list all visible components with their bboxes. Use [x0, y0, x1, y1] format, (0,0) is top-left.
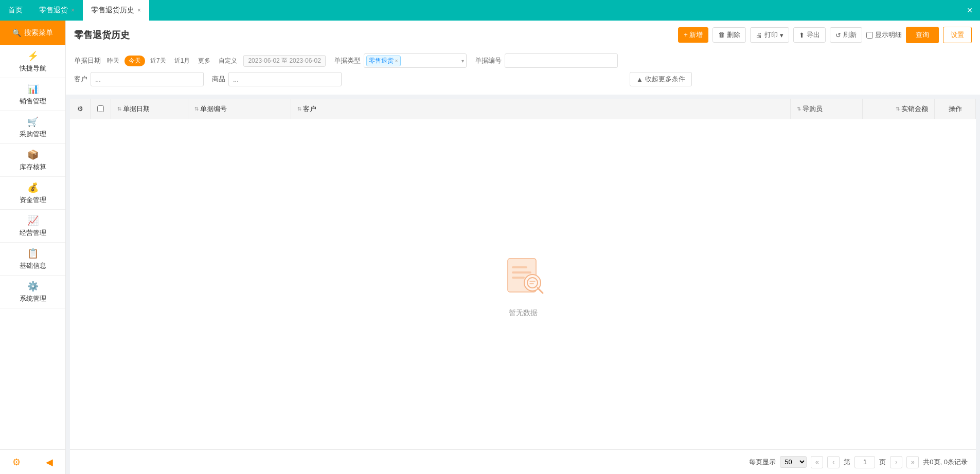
bill-no-input[interactable]: [505, 53, 618, 68]
print-icon: 🖨: [756, 31, 762, 39]
today-btn[interactable]: 今天: [124, 56, 145, 66]
yesterday-btn[interactable]: 昨天: [104, 56, 122, 66]
sidebar-item-quick-nav[interactable]: ⚡ 快捷导航: [0, 45, 65, 78]
empty-illustration: [497, 251, 549, 302]
next-page-button[interactable]: ›: [890, 456, 902, 468]
th-date-label: 单据日期: [123, 104, 150, 114]
goods-filter: 商品: [212, 72, 342, 86]
filter-area: 单据日期 昨天 今天 近7天 近1月 更多 自定义 2023-06-02 至 2…: [74, 49, 972, 95]
week-btn[interactable]: 近7天: [147, 56, 169, 66]
collapse-label: 收起更多条件: [645, 75, 685, 84]
show-detail-checkbox-label[interactable]: 显示明细: [866, 30, 902, 40]
th-guide-sort-icon[interactable]: ⇅: [797, 106, 801, 112]
sidebar-item-label: 库存核算: [20, 162, 46, 172]
sidebar-item-finance[interactable]: 💰 资金管理: [0, 177, 65, 210]
sidebar-item-label: 经营管理: [20, 228, 46, 238]
delete-button[interactable]: 🗑 删除: [712, 27, 746, 43]
bill-type-filter: 单据类型 零售退货 × ▾: [334, 53, 467, 68]
tab-retail-return-label: 零售退货: [39, 6, 68, 15]
empty-text: 暂无数据: [509, 308, 538, 318]
sidebar-settings-button[interactable]: ⚙: [12, 457, 21, 468]
window-close-button[interactable]: ×: [959, 0, 980, 21]
last-page-button[interactable]: »: [906, 456, 919, 468]
setting-button[interactable]: 设置: [943, 27, 972, 43]
sidebar-item-operation[interactable]: 📈 经营管理: [0, 210, 65, 243]
custom-btn[interactable]: 自定义: [216, 56, 240, 66]
month-btn[interactable]: 近1月: [171, 56, 193, 66]
content-area: 零售退货历史 + 新增 🗑 删除 🖨 打印 ▾ ⬆ 导出 ↺: [66, 21, 980, 474]
operation-icon: 📈: [27, 215, 39, 226]
sidebar-menu: ⚡ 快捷导航 📊 销售管理 🛒 采购管理 📦 库存核算 💰 资金管理 📈: [0, 45, 65, 449]
prev-page-button[interactable]: ‹: [827, 456, 840, 468]
sidebar-search-label: 搜索菜单: [24, 28, 53, 38]
sidebar-search-button[interactable]: 🔍 搜索菜单: [0, 21, 65, 45]
th-setting[interactable]: ⚙: [70, 99, 91, 119]
sidebar-item-label: 采购管理: [20, 130, 46, 139]
new-button[interactable]: + 新增: [678, 27, 708, 43]
th-amount-sort-icon[interactable]: ⇅: [896, 106, 900, 112]
tab-retail-return[interactable]: 零售退货 ×: [31, 0, 83, 21]
refresh-button[interactable]: ↺ 刷新: [830, 27, 862, 43]
collapse-button[interactable]: ▲ 收起更多条件: [630, 72, 692, 86]
goods-label: 商品: [212, 75, 225, 84]
more-btn[interactable]: 更多: [195, 56, 213, 66]
svg-line-6: [538, 288, 543, 293]
th-date-sort-icon[interactable]: ⇅: [117, 106, 121, 112]
tab-retail-return-history[interactable]: 零售退货历史 ×: [83, 0, 149, 21]
content-inner: ⚙ ⇅ 单据日期 ⇅ 单据编号 ⇅ 客户: [66, 95, 980, 474]
refresh-label: 刷新: [843, 30, 857, 40]
sidebar-bottom: ⚙ ◀: [0, 449, 65, 474]
customer-label: 客户: [74, 75, 87, 84]
show-detail-checkbox[interactable]: [866, 32, 873, 39]
th-amount-label: 实销金额: [901, 104, 928, 114]
th-customer-sort-icon[interactable]: ⇅: [297, 106, 301, 112]
bill-type-select[interactable]: 零售退货 × ▾: [364, 53, 467, 68]
top-nav: 首页 零售退货 × 零售退货历史 × ×: [0, 0, 980, 21]
date-range-display[interactable]: 2023-06-02 至 2023-06-02: [243, 55, 325, 67]
show-detail-label: 显示明细: [875, 30, 902, 40]
svg-rect-3: [512, 277, 525, 279]
th-date: ⇅ 单据日期: [111, 99, 188, 119]
sidebar-item-sales[interactable]: 📊 销售管理: [0, 78, 65, 111]
filter-row-1: 单据日期 昨天 今天 近7天 近1月 更多 自定义 2023-06-02 至 2…: [74, 53, 972, 68]
th-billno: ⇅ 单据编号: [188, 99, 291, 119]
basic-icon: 📋: [27, 248, 39, 259]
bill-type-tag-close[interactable]: ×: [395, 58, 398, 64]
print-button[interactable]: 🖨 打印 ▾: [750, 27, 789, 43]
export-button[interactable]: ⬆ 导出: [793, 27, 826, 43]
page-title: 零售退货历史: [74, 29, 130, 41]
first-page-button[interactable]: «: [811, 456, 823, 468]
tab-retail-return-history-label: 零售退货历史: [91, 6, 134, 15]
th-checkbox[interactable]: [91, 99, 111, 119]
page-size-select[interactable]: 50 20 100: [780, 456, 807, 468]
sidebar-item-basic[interactable]: 📋 基础信息: [0, 243, 65, 276]
tab-retail-return-close[interactable]: ×: [71, 7, 75, 14]
tab-home[interactable]: 首页: [0, 0, 31, 21]
page-label: 第: [844, 458, 850, 467]
setting-icon: ⚙: [77, 105, 83, 113]
sidebar: 🔍 搜索菜单 ⚡ 快捷导航 📊 销售管理 🛒 采购管理 📦 库存核算 💰: [0, 21, 66, 474]
tab-retail-return-history-close[interactable]: ×: [137, 7, 141, 14]
export-icon: ⬆: [799, 31, 805, 39]
page-unit-label: 页: [879, 458, 886, 467]
page-title-row: 零售退货历史 + 新增 🗑 删除 🖨 打印 ▾ ⬆ 导出 ↺: [74, 27, 972, 43]
sidebar-collapse-button[interactable]: ◀: [46, 457, 53, 468]
th-billno-sort-icon[interactable]: ⇅: [194, 106, 199, 112]
th-billno-label: 单据编号: [200, 104, 227, 114]
page-number-input[interactable]: [854, 456, 875, 468]
select-all-checkbox[interactable]: [97, 105, 104, 112]
query-button[interactable]: 查询: [906, 27, 939, 43]
sidebar-item-purchase[interactable]: 🛒 采购管理: [0, 111, 65, 144]
main-layout: 🔍 搜索菜单 ⚡ 快捷导航 📊 销售管理 🛒 采购管理 📦 库存核算 💰: [0, 21, 980, 474]
collapse-up-icon: ▲: [636, 76, 643, 83]
sidebar-item-inventory[interactable]: 📦 库存核算: [0, 144, 65, 177]
customer-input[interactable]: [91, 72, 204, 86]
th-guide: ⇅ 导购员: [791, 99, 863, 119]
sales-icon: 📊: [27, 83, 39, 95]
search-icon: 🔍: [12, 29, 21, 37]
inventory-icon: 📦: [27, 149, 39, 160]
goods-input[interactable]: [228, 72, 342, 86]
purchase-icon: 🛒: [27, 116, 39, 127]
sidebar-item-system[interactable]: ⚙️ 系统管理: [0, 276, 65, 308]
quick-nav-icon: ⚡: [27, 50, 39, 62]
